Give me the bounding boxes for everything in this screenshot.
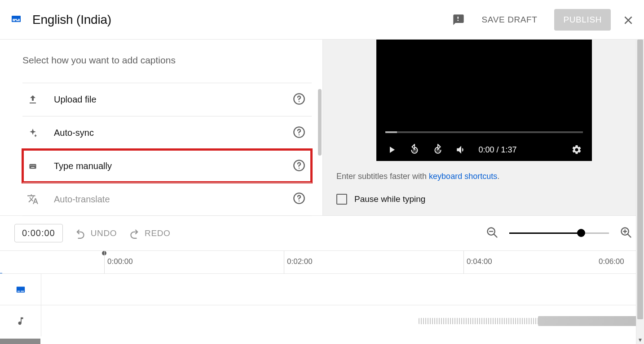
left-pane-scrollbar[interactable] xyxy=(318,89,322,156)
svg-rect-6 xyxy=(32,165,33,166)
svg-point-1 xyxy=(299,101,300,102)
pause-while-typing-label: Pause while typing xyxy=(354,194,425,204)
svg-point-3 xyxy=(299,134,300,135)
keyboard-shortcut-hint: Enter subtitles faster with keyboard sho… xyxy=(336,172,631,181)
audio-track[interactable] xyxy=(41,305,644,336)
publish-button[interactable]: PUBLISH xyxy=(554,9,611,31)
forward-10-icon[interactable]: 10 xyxy=(432,144,444,156)
replay-10-icon[interactable]: 10 xyxy=(409,144,420,156)
vertical-scrollbar[interactable]: ▼ xyxy=(636,40,644,344)
option-label: Auto-sync xyxy=(54,128,94,138)
ruler-tick-label: 0:06:00 xyxy=(596,257,624,266)
help-icon[interactable] xyxy=(293,93,305,107)
audio-waveform xyxy=(538,316,641,326)
timeline-ruler[interactable]: 0:00:00 0:02:00 0:04:00 0:06:00 xyxy=(41,251,644,273)
option-label: Upload file xyxy=(54,94,97,105)
ruler-tick-label: 0:00:00 xyxy=(105,257,133,266)
translate-icon xyxy=(26,193,40,205)
audio-track-header[interactable] xyxy=(0,305,41,336)
svg-rect-4 xyxy=(30,164,36,169)
upload-icon xyxy=(26,94,40,105)
feedback-icon[interactable] xyxy=(452,13,465,26)
timeline-time-input[interactable]: 0:00:00 xyxy=(14,224,63,242)
timeline-scroll-area[interactable]: 0:00:00 0:02:00 0:04:00 0:06:00 xyxy=(41,251,644,336)
page-title: English (India) xyxy=(32,13,111,27)
svg-rect-9 xyxy=(31,167,35,168)
scrollbar-down-arrow[interactable]: ▼ xyxy=(636,337,644,343)
zoom-slider[interactable] xyxy=(509,232,609,234)
pause-while-typing-checkbox[interactable] xyxy=(336,194,347,205)
save-draft-button[interactable]: SAVE DRAFT xyxy=(473,9,547,31)
video-progress-fill xyxy=(385,131,397,133)
option-auto-translate[interactable]: Auto-translate xyxy=(22,183,312,216)
ruler-tick-label: 0:04:00 xyxy=(464,257,492,266)
svg-point-13 xyxy=(299,201,300,201)
help-icon[interactable] xyxy=(293,159,305,174)
option-label: Auto-translate xyxy=(54,194,110,205)
caption-track[interactable] xyxy=(41,273,644,305)
subtitles-icon xyxy=(11,13,22,26)
svg-point-11 xyxy=(299,167,300,168)
option-auto-sync[interactable]: Auto-sync xyxy=(22,116,312,149)
zoom-out-icon[interactable] xyxy=(486,226,498,241)
svg-rect-5 xyxy=(31,165,31,166)
play-icon[interactable] xyxy=(386,144,397,155)
instruction-text: Select how you want to add captions xyxy=(22,55,312,66)
redo-button[interactable]: REDO xyxy=(128,228,170,239)
undo-button[interactable]: UNDO xyxy=(75,228,117,239)
close-icon[interactable] xyxy=(622,14,633,25)
svg-text:10: 10 xyxy=(436,148,439,152)
scrollbar-thumb[interactable] xyxy=(637,40,643,319)
keyboard-shortcuts-link[interactable]: keyboard shortcuts xyxy=(429,172,497,181)
gear-icon[interactable] xyxy=(571,144,582,155)
option-upload-file[interactable]: Upload file xyxy=(22,83,312,116)
help-icon[interactable] xyxy=(293,192,305,206)
footer-handle xyxy=(0,339,40,344)
volume-icon[interactable] xyxy=(455,144,467,156)
option-label: Type manually xyxy=(54,161,112,171)
caption-track-header[interactable] xyxy=(0,273,41,305)
svg-text:10: 10 xyxy=(412,148,416,152)
zoom-in-icon[interactable] xyxy=(620,226,632,241)
video-time-display: 0:00 / 1:37 xyxy=(479,145,517,155)
keyboard-icon xyxy=(26,162,40,170)
ruler-tick-label: 0:02:00 xyxy=(284,257,313,266)
video-player[interactable]: 10 10 0:00 / 1:37 xyxy=(376,40,592,161)
video-progress-bar[interactable] xyxy=(385,131,583,133)
svg-rect-8 xyxy=(35,165,35,166)
option-type-manually[interactable]: Type manually xyxy=(22,149,312,183)
help-icon[interactable] xyxy=(293,126,305,140)
zoom-slider-thumb[interactable] xyxy=(577,229,585,237)
svg-rect-7 xyxy=(33,165,34,166)
sparkle-icon xyxy=(26,128,40,138)
